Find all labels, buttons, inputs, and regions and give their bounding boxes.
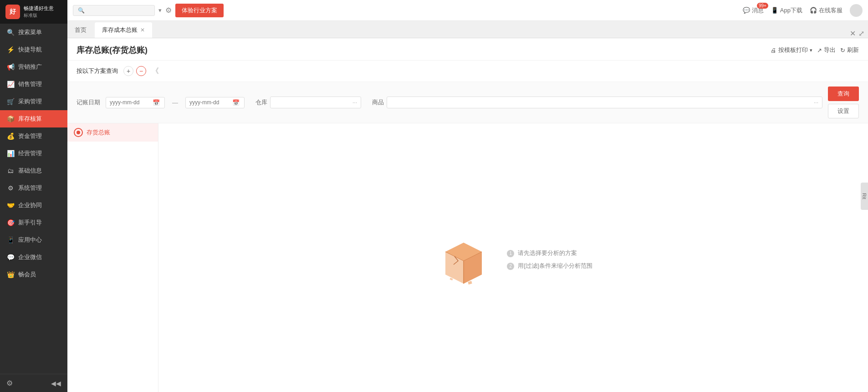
calendar-start-icon[interactable]: 📅 bbox=[153, 99, 160, 106]
query-button[interactable]: 查询 bbox=[828, 87, 859, 101]
sidebar-settings-icon[interactable]: ⚙ bbox=[6, 379, 13, 387]
export-btn[interactable]: ↗ 导出 bbox=[817, 46, 836, 54]
sidebar-label-purchase: 采购管理 bbox=[18, 97, 42, 106]
main-content: 🔍 ▾ ⚙ 体验行业方案 💬 消息 99+ 📱 App下载 🎧 在线客服 bbox=[67, 0, 868, 392]
svg-rect-7 bbox=[468, 281, 472, 285]
warehouse-more-icon[interactable]: ··· bbox=[352, 99, 357, 106]
page-header: 库存总账(存货总账) 🖨 按模板打印 ▾ ↗ 导出 ↻ 刷新 bbox=[67, 38, 868, 61]
sidebar-item-purchase[interactable]: 🛒 采购管理 bbox=[0, 93, 67, 110]
sidebar-label-system: 系统管理 bbox=[18, 184, 42, 192]
service-icon: 🎧 bbox=[810, 7, 817, 14]
scheme-item-label: 存货总账 bbox=[87, 128, 110, 137]
sidebar-item-basic[interactable]: 🗂 基础信息 bbox=[0, 162, 67, 179]
app-download-btn[interactable]: 📱 App下载 bbox=[771, 6, 802, 15]
system-icon: ⚙ bbox=[6, 184, 15, 192]
calendar-end-icon[interactable]: 📅 bbox=[232, 99, 240, 106]
tip-1: 1 请先选择要分析的方案 bbox=[507, 249, 592, 257]
refresh-label: 刷新 bbox=[847, 46, 859, 54]
sidebar-label-apps: 应用中心 bbox=[18, 236, 42, 244]
tab-close-icon[interactable]: ✕ bbox=[140, 27, 145, 33]
sidebar-item-sales[interactable]: 📈 销售管理 bbox=[0, 76, 67, 93]
page-title: 库存总账(存货总账) bbox=[77, 45, 148, 56]
product-input[interactable]: ··· bbox=[387, 97, 822, 108]
sidebar-item-guide[interactable]: 🎯 新手引导 bbox=[0, 214, 67, 231]
industry-solution-button[interactable]: 体验行业方案 bbox=[175, 4, 224, 17]
page-content-area: 库存总账(存货总账) 🖨 按模板打印 ▾ ↗ 导出 ↻ 刷新 按以下方案查询 bbox=[67, 38, 868, 392]
sidebar-item-search[interactable]: 🔍 搜索菜单 bbox=[0, 24, 67, 41]
filter-area: 按以下方案查询 + − 《 bbox=[67, 61, 868, 82]
svg-rect-8 bbox=[450, 278, 453, 280]
export-icon: ↗ bbox=[817, 47, 822, 54]
search-icon: 🔍 bbox=[6, 28, 15, 36]
user-avatar[interactable] bbox=[850, 4, 863, 17]
date-end-field[interactable] bbox=[189, 99, 230, 106]
sidebar-collapse-btn[interactable]: ◀◀ bbox=[51, 380, 61, 387]
refresh-icon: ↻ bbox=[840, 47, 845, 54]
sidebar-item-finance[interactable]: 💰 资金管理 bbox=[0, 127, 67, 145]
sidebar-item-wechat[interactable]: 💬 企业微信 bbox=[0, 249, 67, 266]
sidebar-label-finance: 资金管理 bbox=[18, 132, 42, 140]
online-service-btn[interactable]: 🎧 在线客服 bbox=[810, 6, 842, 15]
basic-icon: 🗂 bbox=[6, 167, 15, 175]
sidebar-label-member: 畅会员 bbox=[18, 270, 36, 279]
product-more-icon[interactable]: ··· bbox=[814, 99, 818, 106]
topbar-dropdown-icon[interactable]: ▾ bbox=[158, 7, 162, 14]
phone-icon: 📱 bbox=[771, 7, 778, 14]
tip-2: 2 用[过滤]条件来缩小分析范围 bbox=[507, 262, 592, 270]
print-icon: 🖨 bbox=[771, 47, 776, 54]
topbar-search-icon: 🔍 bbox=[78, 7, 85, 14]
page-actions: 🖨 按模板打印 ▾ ↗ 导出 ↻ 刷新 bbox=[771, 46, 859, 54]
print-template-btn[interactable]: 🖨 按模板打印 ▾ bbox=[771, 46, 812, 54]
topbar-settings-btn[interactable]: ⚙ bbox=[165, 6, 172, 15]
filter-del-button[interactable]: − bbox=[136, 66, 146, 76]
sidebar-label-basic: 基础信息 bbox=[18, 167, 42, 175]
empty-tips: 1 请先选择要分析的方案 2 用[过滤]条件来缩小分析范围 bbox=[507, 249, 592, 270]
sidebar-item-system[interactable]: ⚙ 系统管理 bbox=[0, 179, 67, 197]
settings-button[interactable]: 设置 bbox=[828, 104, 859, 118]
topbar-search-box[interactable]: 🔍 bbox=[73, 5, 155, 16]
date-start-field[interactable] bbox=[110, 99, 151, 106]
sidebar-item-inventory[interactable]: 📦 库存核算 bbox=[0, 110, 67, 127]
scheme-item-inventory[interactable]: 存货总账 bbox=[67, 123, 158, 142]
empty-state-area: 1 请先选择要分析的方案 2 用[过滤]条件来缩小分析范围 bbox=[158, 123, 868, 392]
sidebar-label-search: 搜索菜单 bbox=[18, 28, 42, 36]
print-label: 按模板打印 bbox=[778, 46, 808, 54]
marketing-icon: 📢 bbox=[6, 63, 15, 71]
print-dropdown-icon[interactable]: ▾ bbox=[810, 47, 812, 53]
message-icon: 💬 bbox=[743, 7, 750, 14]
message-badge: 99+ bbox=[757, 3, 768, 9]
right-slide-panel[interactable]: Rit bbox=[861, 183, 868, 210]
sidebar-item-member[interactable]: 👑 畅会员 bbox=[0, 266, 67, 283]
sidebar-item-cooperation[interactable]: 🤝 企业协同 bbox=[0, 197, 67, 214]
purchase-icon: 🛒 bbox=[6, 97, 15, 106]
page-expand-icon[interactable]: ⤢ bbox=[858, 29, 864, 38]
sidebar-label-wechat: 企业微信 bbox=[18, 253, 42, 261]
wechat-icon: 💬 bbox=[6, 253, 15, 261]
tab-home-label: 首页 bbox=[75, 26, 87, 34]
date-start-input[interactable]: 📅 bbox=[106, 97, 165, 108]
sidebar-item-marketing[interactable]: 📢 营销推广 bbox=[0, 58, 67, 76]
message-btn[interactable]: 💬 消息 99+ bbox=[743, 6, 764, 15]
app-download-label: App下载 bbox=[780, 6, 802, 15]
tab-inventory-ledger[interactable]: 库存成本总账 ✕ bbox=[95, 22, 152, 38]
scheme-icon bbox=[74, 128, 83, 137]
filter-collapse-btn[interactable]: 《 bbox=[152, 66, 159, 76]
tip-2-num: 2 bbox=[507, 263, 514, 270]
logo-icon: 好 bbox=[5, 5, 20, 19]
empty-illustration bbox=[434, 229, 493, 290]
content-body: 存货总账 bbox=[67, 123, 868, 392]
page-close-icon[interactable]: ✕ bbox=[850, 29, 856, 38]
sidebar-label-sales: 销售管理 bbox=[18, 80, 42, 88]
warehouse-input[interactable]: ··· bbox=[270, 97, 361, 108]
operations-icon: 📊 bbox=[6, 149, 15, 158]
date-end-input[interactable]: 📅 bbox=[185, 97, 245, 108]
refresh-btn[interactable]: ↻ 刷新 bbox=[840, 46, 859, 54]
tip-2-text: 用[过滤]条件来缩小分析范围 bbox=[518, 262, 592, 270]
sidebar-item-apps[interactable]: 📱 应用中心 bbox=[0, 231, 67, 249]
topbar-right: 💬 消息 99+ 📱 App下载 🎧 在线客服 bbox=[743, 4, 863, 17]
tab-home[interactable]: 首页 bbox=[67, 22, 94, 38]
tip-1-num: 1 bbox=[507, 250, 514, 257]
sidebar-item-operations[interactable]: 📊 经营管理 bbox=[0, 145, 67, 162]
filter-add-button[interactable]: + bbox=[123, 66, 133, 76]
sidebar-item-quick-nav[interactable]: ⚡ 快捷导航 bbox=[0, 41, 67, 58]
